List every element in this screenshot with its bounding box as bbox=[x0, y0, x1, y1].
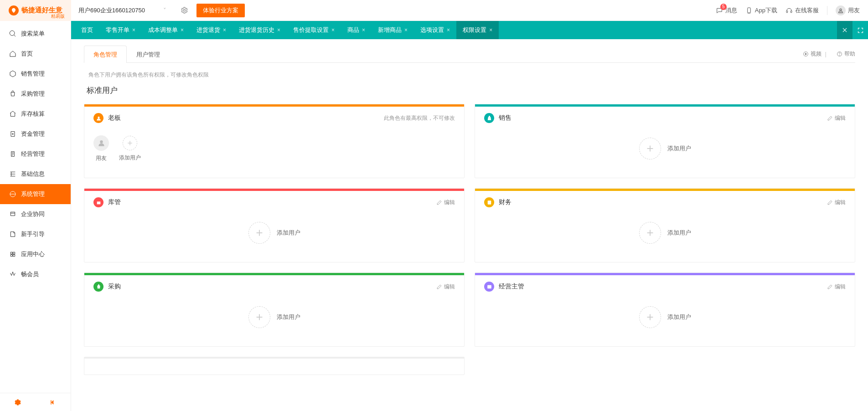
help-label: 帮助 bbox=[844, 50, 855, 58]
tab-label: 进货退货历史 bbox=[239, 26, 274, 34]
sidebar-item-vip[interactable]: 畅会员 bbox=[0, 264, 71, 284]
sidebar-item-label: 基础信息 bbox=[21, 170, 45, 178]
plus-icon bbox=[248, 306, 270, 328]
support-label: 在线客服 bbox=[795, 6, 819, 15]
edit-label: 编辑 bbox=[835, 199, 846, 206]
close-icon[interactable]: × bbox=[489, 27, 492, 33]
tab[interactable]: 权限设置× bbox=[456, 21, 499, 39]
tenant-selector[interactable]: 用户690企业1660120750 ˅ bbox=[78, 4, 174, 17]
role-card: 采购编辑添加用户 bbox=[84, 272, 465, 347]
help-link[interactable]: 帮助 bbox=[837, 50, 855, 58]
edit-button[interactable]: 编辑 bbox=[827, 199, 846, 206]
edit-button[interactable]: 编辑 bbox=[436, 199, 455, 206]
add-user-button[interactable]: 添加用户 bbox=[248, 222, 300, 244]
support-button[interactable]: 在线客服 bbox=[785, 6, 819, 15]
gear-icon[interactable] bbox=[181, 6, 188, 14]
add-user-button[interactable]: 添加用户 bbox=[248, 306, 300, 328]
add-user-button[interactable]: 添加用户 bbox=[119, 136, 141, 162]
sidebar-item-system[interactable]: 系统管理 bbox=[0, 184, 71, 204]
tab[interactable]: 选项设置× bbox=[414, 21, 456, 39]
tab[interactable]: 零售开单× bbox=[99, 21, 142, 39]
user-menu[interactable]: 用友 bbox=[836, 5, 860, 15]
add-user-label: 添加用户 bbox=[667, 229, 691, 237]
sidebar-item-label: 采购管理 bbox=[21, 90, 45, 98]
plus-icon bbox=[639, 306, 661, 328]
sidebar-item-label: 畅会员 bbox=[21, 270, 39, 278]
vip-icon bbox=[9, 271, 16, 278]
sidebar-item-search[interactable]: 搜索菜单 bbox=[0, 24, 71, 44]
tab-label: 权限设置 bbox=[463, 26, 486, 34]
sidebar-item-apps[interactable]: 应用中心 bbox=[0, 244, 71, 264]
logo-icon bbox=[9, 5, 19, 15]
sidebar-item-label: 企业协同 bbox=[21, 210, 45, 218]
tab[interactable]: 成本调整单× bbox=[142, 21, 190, 39]
tab-label: 首页 bbox=[81, 26, 93, 34]
close-icon[interactable]: × bbox=[223, 27, 226, 33]
edit-button[interactable]: 编辑 bbox=[827, 114, 846, 122]
collab-icon bbox=[9, 211, 16, 218]
user-chip[interactable]: 用友 bbox=[93, 135, 109, 162]
add-user-button[interactable]: 添加用户 bbox=[639, 222, 691, 244]
sidebar-item-purchase[interactable]: 采购管理 bbox=[0, 84, 71, 104]
tab-label: 成本调整单 bbox=[148, 26, 178, 34]
sidebar-item-home[interactable]: 首页 bbox=[0, 44, 71, 64]
tab[interactable]: 首页 bbox=[75, 21, 99, 39]
sidebar-item-guide[interactable]: 新手引导 bbox=[0, 224, 71, 244]
svg-point-0 bbox=[183, 9, 185, 11]
role-card: 财务编辑添加用户 bbox=[475, 188, 855, 262]
role-name: 销售 bbox=[499, 114, 512, 122]
app-download-button[interactable]: App下载 bbox=[745, 6, 777, 15]
edit-label: 编辑 bbox=[444, 283, 455, 291]
edit-button[interactable]: 编辑 bbox=[436, 283, 455, 291]
sidebar-item-base[interactable]: 基础信息 bbox=[0, 164, 71, 184]
fund-icon bbox=[9, 130, 16, 138]
close-icon[interactable]: × bbox=[277, 27, 280, 33]
biz-icon bbox=[9, 150, 16, 158]
sidebar-item-biz[interactable]: 经营管理 bbox=[0, 144, 71, 164]
tab[interactable]: 进货退货× bbox=[190, 21, 232, 39]
user-name: 用友 bbox=[96, 154, 107, 162]
guide-icon bbox=[9, 231, 16, 238]
close-icon[interactable]: × bbox=[181, 27, 184, 33]
tab[interactable]: 商品× bbox=[341, 21, 372, 39]
chevron-down-icon: ˅ bbox=[163, 7, 166, 14]
tab[interactable]: 新增商品× bbox=[372, 21, 414, 39]
role-name: 采购 bbox=[108, 283, 121, 291]
sidebar-item-collab[interactable]: 企业协同 bbox=[0, 204, 71, 224]
sidebar-item-label: 资金管理 bbox=[21, 130, 45, 138]
edit-label: 编辑 bbox=[835, 114, 846, 122]
role-icon bbox=[93, 282, 103, 292]
fullscreen-button[interactable] bbox=[852, 21, 868, 39]
add-user-button[interactable]: 添加用户 bbox=[639, 306, 691, 328]
sidebar-item-sales[interactable]: 销售管理 bbox=[0, 64, 71, 84]
close-icon[interactable]: × bbox=[331, 27, 335, 33]
close-icon[interactable]: × bbox=[362, 27, 365, 33]
tab[interactable]: 进货退货历史× bbox=[232, 21, 287, 39]
edit-button[interactable]: 编辑 bbox=[827, 283, 846, 291]
sidebar-item-stock[interactable]: 库存核算 bbox=[0, 104, 71, 124]
role-icon bbox=[484, 197, 494, 207]
sidebar-item-label: 首页 bbox=[21, 50, 33, 58]
app-logo[interactable]: 畅捷通好生意 精易版 bbox=[0, 0, 71, 21]
close-all-tabs-button[interactable] bbox=[837, 21, 852, 39]
subtab-user-management[interactable]: 用户管理 bbox=[127, 46, 170, 63]
messages-button[interactable]: 5 消息 bbox=[716, 6, 737, 15]
sidebar-item-label: 销售管理 bbox=[21, 70, 45, 78]
close-icon[interactable]: × bbox=[404, 27, 408, 33]
try-solution-button[interactable]: 体验行业方案 bbox=[196, 4, 245, 17]
role-name: 财务 bbox=[499, 198, 512, 206]
add-user-label: 添加用户 bbox=[277, 313, 300, 321]
close-icon[interactable]: × bbox=[132, 27, 135, 33]
settings-icon[interactable] bbox=[14, 399, 21, 406]
messages-label: 消息 bbox=[725, 6, 737, 15]
collapse-sidebar-icon[interactable] bbox=[49, 399, 57, 406]
logo-subtitle: 精易版 bbox=[51, 13, 65, 20]
close-icon[interactable]: × bbox=[447, 27, 450, 33]
sidebar-item-fund[interactable]: 资金管理 bbox=[0, 124, 71, 144]
role-card: 经营主管编辑添加用户 bbox=[475, 272, 855, 347]
tab[interactable]: 售价提取设置× bbox=[287, 21, 341, 39]
subtab-role-management[interactable]: 角色管理 bbox=[84, 46, 127, 63]
add-user-button[interactable]: 添加用户 bbox=[639, 138, 691, 159]
video-link[interactable]: 视频 bbox=[803, 50, 822, 58]
home-icon bbox=[9, 50, 16, 57]
